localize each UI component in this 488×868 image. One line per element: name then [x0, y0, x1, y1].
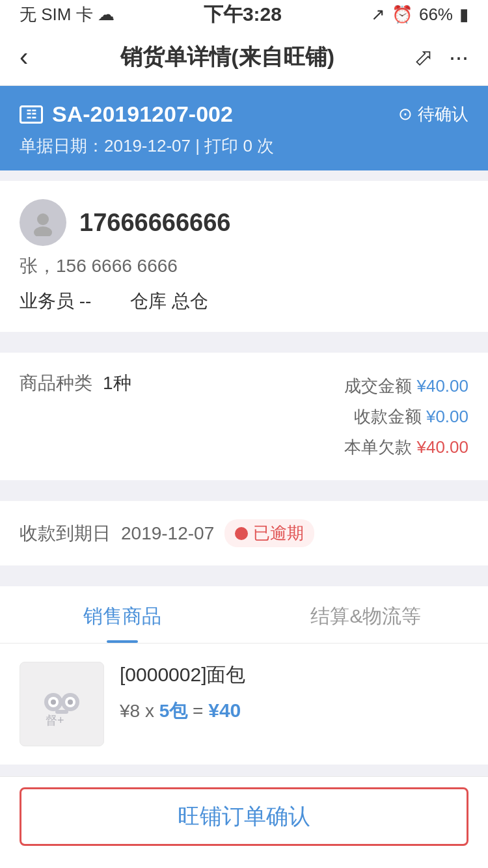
sim-status: 无 SIM 卡 ☁ [20, 3, 115, 26]
tabs-section: 销售商品 结算&物流等 [0, 586, 488, 644]
tabs-row: 销售商品 结算&物流等 [0, 586, 488, 644]
due-date-value: 2019-12-07 [121, 523, 214, 544]
alarm-icon: ⏰ [392, 5, 413, 25]
separator2 [0, 342, 488, 353]
due-date-label: 收款到期日 [20, 521, 111, 546]
order-id-text: SA-20191207-002 [52, 102, 233, 127]
product-quantity: 5包 [159, 701, 188, 721]
product-total: ¥40 [208, 699, 241, 721]
product-type-label: 商品种类 [20, 371, 92, 396]
battery-level: 66% [419, 5, 453, 25]
share-icon[interactable]: ⬀ [414, 44, 433, 71]
equals-sign: = [193, 701, 208, 721]
status-right: ↗ ⏰ 66% ▮ [371, 5, 468, 25]
svg-point-1 [34, 226, 52, 236]
order-id: ☷ SA-20191207-002 [20, 102, 233, 127]
bottom-bar: 旺铺订单确认 [0, 776, 488, 868]
product-thumbnail: 督+ [20, 662, 104, 746]
separator4 [0, 576, 488, 586]
transaction-label: 成交金额 [344, 376, 412, 396]
owed-label: 本单欠款 [344, 437, 412, 457]
order-header: ☷ SA-20191207-002 ⊙ 待确认 单据日期：2019-12-07 … [0, 86, 488, 170]
nav-bar: ‹ 销货单详情(来自旺铺) ⬀ ··· [0, 29, 488, 86]
received-amount: ¥0.00 [426, 407, 468, 426]
more-icon[interactable]: ··· [449, 44, 468, 71]
order-date: 单据日期：2019-12-07 | 打印 0 次 [20, 135, 468, 157]
order-status: ⊙ 待确认 [398, 103, 468, 126]
product-info: [0000002]面包 ¥8 x 5包 = ¥40 [120, 662, 468, 724]
owed-amount: ¥40.00 [416, 437, 468, 457]
amounts-column: 成交金额 ¥40.00 收款金额 ¥0.00 本单欠款 ¥40.00 [344, 371, 468, 462]
svg-point-0 [37, 213, 49, 225]
product-section: 督+ [0000002]面包 ¥8 x 5包 = ¥40 [0, 644, 488, 765]
overdue-icon [235, 527, 248, 540]
product-name: [0000002]面包 [120, 662, 468, 688]
due-date-section: 收款到期日 2019-12-07 已逾期 [0, 501, 488, 565]
status-bar: 无 SIM 卡 ☁ 下午3:28 ↗ ⏰ 66% ▮ [0, 0, 488, 29]
back-button[interactable]: ‹ [20, 42, 41, 72]
nav-right-actions: ⬀ ··· [414, 44, 468, 71]
customer-meta: 业务员 -- 仓库 总仓 [20, 289, 468, 314]
warehouse-label: 仓库 总仓 [130, 289, 208, 314]
confirm-button[interactable]: 旺铺订单确认 [20, 787, 468, 846]
received-row: 收款金额 ¥0.00 [344, 401, 468, 432]
confirm-button-label: 旺铺订单确认 [178, 802, 310, 832]
location-icon: ↗ [371, 5, 385, 25]
svg-text:督+: 督+ [46, 714, 64, 727]
multiply-sign: x [145, 701, 159, 721]
separator3 [0, 491, 488, 501]
battery-icon: ▮ [459, 5, 468, 25]
tab-settlement-label: 结算&物流等 [310, 605, 421, 627]
warehouse-value: 总仓 [172, 291, 208, 311]
transaction-amount: ¥40.00 [416, 376, 468, 396]
clock-icon: ⊙ [398, 104, 413, 124]
status-left: 无 SIM 卡 ☁ [20, 3, 115, 26]
customer-section: 17666666666 张，156 6666 6666 业务员 -- 仓库 总仓 [0, 181, 488, 332]
customer-name: 张，156 6666 6666 [20, 254, 468, 278]
received-label: 收款金额 [354, 407, 422, 426]
salesperson-value: -- [79, 291, 92, 311]
owed-row: 本单欠款 ¥40.00 [344, 432, 468, 463]
transaction-row: 成交金额 ¥40.00 [344, 371, 468, 401]
order-status-text: 待确认 [418, 103, 468, 126]
tab-settlement[interactable]: 结算&物流等 [244, 586, 488, 643]
summary-section: 商品种类 1种 成交金额 ¥40.00 收款金额 ¥0.00 本单欠款 ¥40.… [0, 353, 488, 480]
page-title: 销货单详情(来自旺铺) [41, 42, 414, 72]
overdue-badge: 已逾期 [224, 519, 314, 547]
tab-products[interactable]: 销售商品 [0, 586, 244, 643]
tab-products-label: 销售商品 [83, 605, 161, 627]
summary-row: 商品种类 1种 成交金额 ¥40.00 收款金额 ¥0.00 本单欠款 ¥40.… [20, 371, 468, 462]
customer-avatar [20, 199, 66, 246]
product-type-row: 商品种类 1种 [20, 371, 131, 396]
overdue-text: 已逾期 [253, 522, 304, 545]
customer-phone: 17666666666 [79, 209, 230, 237]
order-icon: ☷ [20, 105, 43, 124]
product-unit-price: ¥8 [120, 701, 140, 721]
product-price-row: ¥8 x 5包 = ¥40 [120, 699, 468, 724]
customer-row: 17666666666 [20, 199, 468, 246]
svg-point-6 [51, 699, 56, 705]
svg-point-7 [68, 699, 73, 705]
salesperson-label: 业务员 -- [20, 289, 91, 314]
status-time: 下午3:28 [204, 1, 282, 28]
product-type-count: 1种 [103, 371, 131, 396]
separator1 [0, 170, 488, 181]
